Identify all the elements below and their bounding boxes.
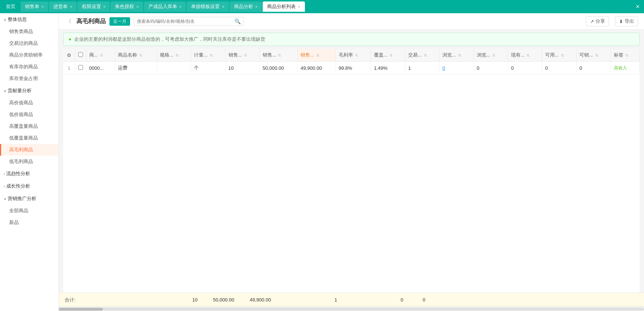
row-sales-qty: 10 (225, 62, 259, 75)
data-table-container[interactable]: ⚙ 商... ⇅ 商品名称 ⇅ (63, 49, 640, 293)
sidebar-group-growth-analysis[interactable]: › 成长性分析 (0, 180, 58, 192)
tab-product-analysis[interactable]: 商品分析 × (230, 1, 262, 12)
tag-column-header[interactable]: 标签 ⇅ (611, 49, 639, 62)
tab-close-product-analysis[interactable]: × (255, 4, 258, 9)
sort-icon-coverage: ⇅ (389, 53, 392, 57)
sales-amount-column-header[interactable]: 销售... ⇅ (259, 49, 297, 62)
checkbox-column-header[interactable] (75, 49, 86, 62)
current-stock-column-header[interactable]: 现有... ⇅ (508, 49, 542, 62)
unit-column-header[interactable]: 计量... ⇅ (191, 49, 225, 62)
settings-icon[interactable]: ⚙ (67, 53, 71, 58)
row-sales-amount: 50,000.00 (259, 62, 297, 75)
sidebar-group-trend-analysis[interactable]: › 流趋性分析 (0, 167, 58, 180)
info-banner-text: 企业的主要的利润都是这部分商品创造的，可考虑加大推广，同时关注库存是不要出现缺货 (74, 36, 265, 43)
spec-column-header[interactable]: 规格... ⇅ (157, 49, 191, 62)
sidebar-item-traded-goods[interactable]: 交易过的商品 (0, 37, 58, 49)
footer-sales-qty: 10 (179, 297, 201, 303)
tab-sales-order[interactable]: 销售单 × (21, 1, 48, 12)
footer-available-stock: 0 (406, 297, 428, 303)
sellable-column-header[interactable]: 可销... ⇅ (576, 49, 611, 62)
share-button[interactable]: ↗ 分享 (586, 16, 609, 26)
sidebar-group-marketing-analysis[interactable]: ∨ 营销推广分析 (0, 192, 58, 205)
tab-role-permissions[interactable]: 角色授权 × (111, 1, 143, 12)
sidebar-group-contribution-analysis[interactable]: ∨ 贡献量分析 (0, 84, 58, 97)
row-views1[interactable]: 0 (439, 62, 474, 75)
sidebar-group-overall-info-label: 整体信息 (8, 16, 27, 23)
tab-close-permission-settings[interactable]: × (103, 4, 105, 9)
row-code[interactable]: 0000... (86, 62, 115, 75)
arrow-right-icon-2: › (4, 184, 5, 188)
tab-close-role-permissions[interactable]: × (136, 4, 138, 9)
sort-icon-views2: ⇅ (492, 53, 495, 57)
sidebar-item-in-stock-goods[interactable]: 有库存的商品 (0, 61, 58, 73)
gross-margin-column-header[interactable]: 毛利率 ⇅ (335, 49, 371, 62)
sidebar-item-high-margin[interactable]: 高毛利商品 (0, 144, 58, 156)
sort-icon: ⇅ (100, 53, 103, 57)
sidebar-item-low-coverage[interactable]: 低覆盖量商品 (0, 132, 58, 144)
sales-qty-column-header[interactable]: 销售... ⇅ (225, 49, 259, 62)
sidebar-item-low-margin[interactable]: 低毛利商品 (0, 156, 58, 167)
settings-column-header[interactable]: ⚙ (63, 49, 75, 62)
tab-close-product-analysis-list[interactable]: × (298, 4, 300, 9)
row-name[interactable]: 运费 (115, 62, 156, 75)
row-checkbox[interactable] (75, 62, 86, 75)
row-select-checkbox[interactable] (78, 65, 83, 70)
views2-column-header[interactable]: 浏览... ⇅ (474, 49, 508, 62)
search-box: 🔍 (134, 17, 244, 26)
time-filter-button[interactable]: 近一月 (109, 17, 130, 26)
footer-transactions: 1 (318, 297, 340, 303)
select-all-checkbox[interactable] (78, 52, 83, 57)
search-input[interactable] (137, 19, 232, 24)
sort-icon-current-stock: ⇅ (526, 53, 529, 57)
sidebar-item-low-value[interactable]: 低价值商品 (0, 109, 58, 120)
tab-home[interactable]: 首页 (1, 1, 20, 12)
sidebar-item-high-value[interactable]: 高价值商品 (0, 97, 58, 109)
arrow-down-icon-2: ∨ (4, 89, 6, 93)
sidebar-item-new-products[interactable]: 新品 (0, 217, 58, 228)
sidebar-collapse-button[interactable]: 《 (65, 17, 73, 26)
views1-column-header[interactable]: 浏览... ⇅ (439, 49, 474, 62)
sidebar-item-all-goods[interactable]: 全部商品 (0, 205, 58, 217)
row-views2: 0 (474, 62, 508, 75)
sidebar-item-sales-goods[interactable]: 销售类商品 (0, 26, 58, 37)
search-icon[interactable]: 🔍 (234, 18, 241, 24)
row-coverage: 1.49% (371, 62, 405, 75)
tab-permission-settings[interactable]: 权限设置 × (78, 1, 110, 12)
sort-icon-sales-qty: ⇅ (244, 53, 247, 57)
horizontal-scrollbar[interactable] (59, 307, 644, 311)
sort-icon-sales-profit: ⇅ (316, 53, 319, 57)
tab-close-form-template[interactable]: × (222, 4, 224, 9)
sales-profit-column-header[interactable]: 销售... ⇅ (298, 49, 335, 62)
export-icon: ⬇ (619, 19, 623, 24)
export-button[interactable]: ⬇ 导出 (615, 16, 638, 26)
tab-close-sales-order[interactable]: × (42, 4, 44, 9)
tab-form-template[interactable]: 单据模板设置 × (187, 1, 229, 12)
sidebar-group-trend-label: 流趋性分析 (6, 170, 30, 177)
tab-close-product-entry[interactable]: × (179, 4, 181, 9)
name-column-header[interactable]: 商品名称 ⇅ (115, 49, 156, 62)
sort-icon-gross-margin: ⇅ (355, 53, 358, 57)
scroll-thumb[interactable] (59, 308, 103, 311)
permission-settings-label: 权限设置 (82, 3, 101, 10)
sidebar-item-category-rate[interactable]: 商品分类助销率 (0, 49, 58, 61)
table-header-row: ⚙ 商... ⇅ 商品名称 ⇅ (63, 49, 640, 62)
sidebar-group-overall-info[interactable]: ∨ 整体信息 (0, 13, 58, 26)
arrow-right-icon: › (4, 172, 5, 176)
info-icon: ✦ (68, 37, 72, 42)
scroll-track[interactable] (59, 308, 644, 311)
row-spec (157, 62, 191, 75)
sidebar-item-high-coverage[interactable]: 高覆盖量商品 (0, 120, 58, 132)
coverage-column-header[interactable]: 覆盖... ⇅ (371, 49, 405, 62)
tab-purchase-order[interactable]: 进货单 × (49, 1, 76, 12)
sidebar-item-stock-capital[interactable]: 库存资金占用 (0, 73, 58, 84)
info-banner: ✦ 企业的主要的利润都是这部分商品创造的，可考虑加大推广，同时关注库存是不要出现… (63, 33, 640, 46)
app-close-button[interactable]: × (633, 3, 643, 11)
sort-icon-name: ⇅ (139, 53, 142, 57)
share-label: 分享 (596, 18, 605, 25)
transactions-column-header[interactable]: 交易... ⇅ (405, 49, 439, 62)
tab-product-entry[interactable]: 产成品入库单 × (144, 1, 186, 12)
tab-product-analysis-list[interactable]: 商品分析列表 × (263, 1, 305, 12)
code-column-header[interactable]: 商... ⇅ (86, 49, 115, 62)
available-stock-column-header[interactable]: 可用... ⇅ (542, 49, 576, 62)
tab-close-purchase-order[interactable]: × (70, 4, 72, 9)
